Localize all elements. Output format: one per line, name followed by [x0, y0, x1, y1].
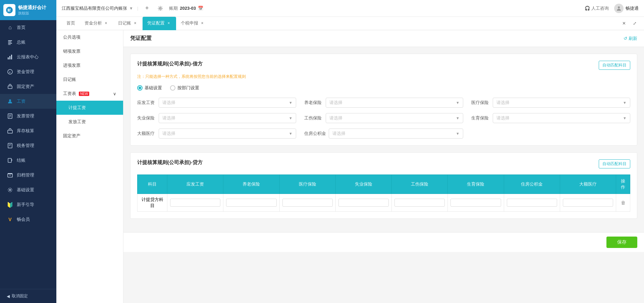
period-selector[interactable]: 账期 2023-03 📅 — [169, 5, 203, 11]
row-housing-input[interactable] — [507, 199, 557, 207]
user-menu[interactable]: 畅捷通 — [614, 4, 639, 13]
left-nav-payroll-table[interactable]: 工资表 NEW ∨ — [56, 87, 123, 101]
tab-tax-report-label: 个税申报 — [181, 20, 198, 26]
field-gross-salary-select[interactable]: 请选择 ▼ — [159, 98, 296, 108]
topbar: 江西服宝精品有限责任公司内账张 ▼ | + 账期 2023-03 📅 🎧 人工咨… — [56, 0, 644, 17]
row-gross-salary-input[interactable] — [170, 199, 220, 207]
tab-tax-report-close[interactable]: × — [200, 20, 205, 26]
tab-tax-report[interactable]: 个税申报 × — [176, 17, 210, 30]
field-unemployment-placeholder: 请选择 — [162, 115, 175, 121]
sidebar-item-close[interactable]: 结账 — [0, 153, 56, 168]
field-major-medical-label: 大额医疗 — [137, 131, 156, 137]
field-work-injury: 工伤保险 请选择 ▼ — [304, 113, 463, 123]
row-medical-input[interactable] — [282, 199, 333, 207]
footer-bar: 保存 — [123, 232, 644, 252]
add-button[interactable]: + — [142, 4, 152, 13]
cancel-fixed-button[interactable]: ◀ 取消固定 — [0, 289, 56, 303]
tab-expand[interactable]: ⤢ — [631, 19, 639, 28]
field-housing-fund-select[interactable]: 请选择 ▼ — [329, 129, 463, 139]
sidebar-item-inventory[interactable]: 库存核算 — [0, 123, 56, 138]
payroll-icon — [7, 98, 13, 105]
tab-home[interactable]: 首页 — [62, 17, 80, 30]
svg-text:财: 财 — [7, 8, 11, 12]
radio-by-dept[interactable]: 按部门设置 — [170, 85, 199, 91]
sidebar-nav: ⌂ 首页 总账 云报表中心 ¥ 资金管理 固定资产 — [0, 20, 56, 289]
sidebar-item-funds[interactable]: ¥ 资金管理 — [0, 64, 56, 79]
credit-section-title: 计提核算规则(公司承担)-贷方 — [137, 159, 630, 166]
period-label: 账期 — [169, 5, 178, 11]
row-maternity-input[interactable] — [450, 199, 501, 207]
tab-funds-analysis-close[interactable]: × — [103, 20, 109, 26]
radio-basic[interactable]: 基础设置 — [137, 85, 162, 91]
svg-rect-3 — [8, 42, 11, 42]
field-medical-select[interactable]: 请选择 ▼ — [493, 98, 630, 108]
panel-title: 凭证配置 — [130, 35, 152, 42]
row-unemployment-cell — [335, 194, 391, 212]
radio-dept-label: 按部门设置 — [177, 85, 199, 91]
left-nav-payroll-accrual[interactable]: 计提工资 — [56, 101, 123, 115]
svg-point-25 — [9, 189, 11, 191]
sidebar-item-invoice-mgmt[interactable]: 发票管理 — [0, 109, 56, 123]
refresh-button[interactable]: ↺ 刷新 — [624, 36, 637, 42]
left-nav-sales-invoice-label: 销项发票 — [63, 48, 80, 54]
field-maternity-label: 生育保险 — [471, 115, 490, 121]
sidebar-item-guide[interactable]: 🔰 新手引导 — [0, 197, 56, 212]
sidebar-item-label: 首页 — [17, 24, 25, 31]
archive-icon — [7, 172, 13, 179]
left-nav-fixed-assets[interactable]: 固定资产 — [56, 129, 123, 143]
field-work-injury-select[interactable]: 请选择 ▼ — [326, 113, 463, 123]
left-nav-payroll-release[interactable]: 发放工资 — [56, 115, 123, 129]
tab-funds-analysis-label: 资金分析 — [85, 20, 102, 26]
tab-funds-analysis[interactable]: 资金分析 × — [80, 17, 113, 30]
sidebar-item-archive[interactable]: 归档管理 — [0, 168, 56, 183]
field-unemployment-select[interactable]: 请选择 ▼ — [159, 113, 296, 123]
row-pension-input[interactable] — [226, 199, 276, 207]
sidebar-item-reports[interactable]: 云报表中心 — [0, 50, 56, 64]
svg-rect-11 — [8, 86, 12, 89]
left-nav-sales-invoice[interactable]: 销项发票 — [56, 44, 123, 58]
sidebar-item-home[interactable]: ⌂ 首页 — [0, 20, 56, 35]
field-maternity-select[interactable]: 请选择 ▼ — [493, 113, 630, 123]
svg-rect-22 — [8, 174, 12, 177]
save-button[interactable]: 保存 — [606, 237, 637, 248]
fixed-assets-icon — [7, 83, 13, 90]
left-nav-journal[interactable]: 日记账 — [56, 72, 123, 87]
tab-home-label: 首页 — [66, 20, 75, 26]
tab-journal-close[interactable]: × — [132, 20, 138, 26]
tab-voucher-config-close[interactable]: × — [166, 20, 171, 26]
credit-auto-match-button[interactable]: 自动匹配科目 — [599, 159, 630, 168]
company-selector[interactable]: 江西服宝精品有限责任公司内账张 ▼ — [62, 5, 133, 11]
sidebar: 财 畅捷通好会计 旗舰版 ⌂ 首页 总账 云报表中心 ¥ — [0, 0, 56, 303]
tab-journal[interactable]: 日记账 × — [113, 17, 143, 30]
row-delete-button[interactable]: 🗑 — [621, 200, 626, 205]
support-button[interactable]: 🎧 人工咨询 — [585, 5, 609, 11]
left-nav-public-options[interactable]: 公共选项 — [56, 30, 123, 44]
svg-text:¥: ¥ — [9, 71, 11, 74]
field-pension-select[interactable]: 请选择 ▼ — [326, 98, 463, 108]
field-maternity-placeholder: 请选择 — [496, 115, 509, 121]
left-nav-purchase-invoice[interactable]: 进项发票 — [56, 58, 123, 72]
sidebar-item-payroll[interactable]: 工资 — [0, 94, 56, 109]
debit-section-note: 注：只能选择一种方式，系统将按照您当前的选择来配置规则 — [137, 74, 630, 80]
topbar-divider-1: | — [137, 6, 138, 11]
credit-table: 科目 应发工资 养老保险 医疗保险 失业保险 工伤保险 生育保险 住房公积金 大… — [137, 174, 630, 212]
tab-close-all[interactable]: ✕ — [620, 19, 628, 28]
sidebar-item-vip[interactable]: V 畅会员 — [0, 212, 56, 227]
left-nav-payroll-accrual-label: 计提工资 — [68, 105, 86, 111]
sidebar-item-fixed-assets[interactable]: 固定资产 — [0, 79, 56, 94]
field-major-medical-select[interactable]: 请选择 ▼ — [159, 129, 296, 139]
home-icon: ⌂ — [7, 24, 13, 31]
company-dropdown-icon: ▼ — [129, 6, 133, 11]
tab-voucher-config[interactable]: 凭证配置 × — [143, 17, 176, 30]
row-unemployment-input[interactable] — [338, 199, 389, 207]
settings-button[interactable] — [156, 4, 165, 13]
user-avatar — [614, 4, 624, 13]
sidebar-item-tax[interactable]: 税务管理 — [0, 138, 56, 153]
tab-journal-label: 日记账 — [118, 20, 131, 26]
sidebar-item-basic-settings[interactable]: 基础设置 — [0, 183, 56, 197]
row-work-injury-input[interactable] — [394, 199, 445, 207]
debit-auto-match-button[interactable]: 自动匹配科目 — [599, 61, 630, 70]
row-major-medical-input[interactable] — [563, 199, 613, 207]
sidebar-item-general-ledger[interactable]: 总账 — [0, 35, 56, 50]
field-unemployment: 失业保险 请选择 ▼ — [137, 113, 296, 123]
